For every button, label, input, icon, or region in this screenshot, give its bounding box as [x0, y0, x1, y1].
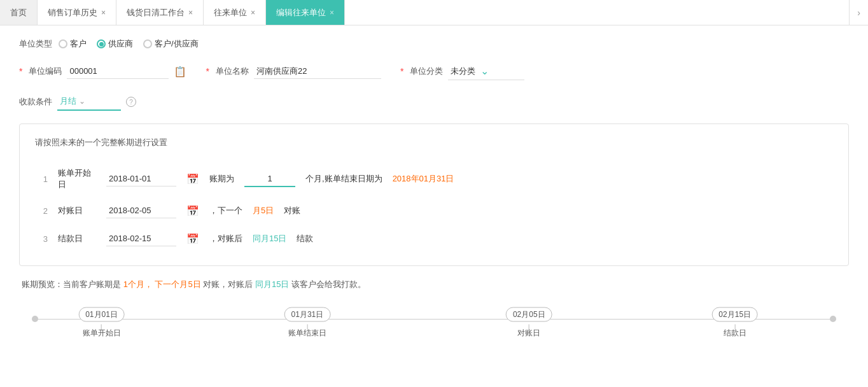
timeline-point-4: 02月15日 结款日 — [711, 307, 758, 331]
period-unit-1: 个月,账单结束日期为 — [305, 173, 382, 185]
timeline-badge-1: 01月01日 — [78, 307, 125, 322]
unit-type-radio-group: 客户 供应商 客户/供应商 — [59, 38, 199, 50]
radio-customer[interactable]: 客户 — [59, 38, 87, 50]
timeline-label-3: 对账日 — [517, 328, 540, 339]
calendar-icon-code[interactable]: 📋 — [174, 66, 186, 78]
period-suffix-3a: ，对账后 — [209, 233, 242, 244]
period-suffix-2a: ，下一个 — [209, 205, 242, 216]
help-icon[interactable]: ? — [126, 97, 136, 107]
unit-name-input[interactable] — [254, 64, 381, 79]
payment-condition-select[interactable]: 月结 ⌄ — [57, 93, 121, 111]
period-label-3: 结款日 — [58, 233, 96, 244]
required-star-name: * — [206, 66, 209, 76]
period-suffix-3b: 结款 — [297, 233, 313, 244]
preview-prefix: 账期预览：当前客户账期是 — [22, 279, 121, 289]
period-label-2: 对账日 — [58, 205, 96, 216]
preview-period: 1个月， — [123, 279, 153, 289]
unit-category-value: 未分类 — [451, 66, 475, 77]
unit-type-row: 单位类型 客户 供应商 客户/供应商 — [19, 38, 849, 50]
main-content: 单位类型 客户 供应商 客户/供应商 * 单位编码 📋 * 单位名称 — [0, 25, 868, 387]
unit-category-label: 单位分类 — [410, 66, 443, 77]
timeline-badge-3: 02月05日 — [506, 307, 552, 322]
timeline-point-2: 01月31日 账单结束日 — [284, 307, 331, 331]
preview-middle: 对账，对账后 — [203, 279, 253, 289]
period-row-3: 3 结款日 📅 ，对账后 同月15日 结款 — [35, 225, 833, 253]
required-star-code: * — [19, 66, 22, 76]
tab-sales-order[interactable]: 销售订单历史 × — [38, 0, 116, 25]
tab-partner-unit[interactable]: 往来单位 × — [204, 0, 266, 25]
tab-close-cash-work[interactable]: × — [188, 8, 193, 17]
chevron-down-icon-payment: ⌄ — [79, 97, 85, 106]
tab-close-partner-unit[interactable]: × — [251, 8, 255, 17]
card-box: 请按照未来的一个完整帐期进行设置 1 账单开始日 📅 账期为 个月,账单结束日期… — [19, 123, 849, 266]
tab-arrow[interactable]: › — [849, 0, 868, 25]
period-date-input-1[interactable] — [106, 171, 176, 186]
tab-home[interactable]: 首页 — [0, 0, 38, 25]
preview-suffix: 该客户会给我打款。 — [291, 279, 366, 289]
calendar-icon-3[interactable]: 📅 — [186, 233, 199, 245]
timeline-end-dot — [830, 316, 836, 322]
period-number-input[interactable] — [244, 171, 295, 187]
card-instruction: 请按照未来的一个完整帐期进行设置 — [35, 137, 833, 148]
tab-cash-work[interactable]: 钱货日清工作台 × — [116, 0, 204, 25]
period-label-1: 账单开始日 — [58, 167, 96, 190]
radio-circle-supplier — [97, 39, 106, 48]
timeline-label-2: 账单结束日 — [288, 328, 326, 339]
timeline-badge-4: 02月15日 — [711, 307, 758, 322]
timeline-start-dot — [32, 316, 38, 322]
tab-close-sales-order[interactable]: × — [101, 8, 106, 17]
timeline-label-4: 结款日 — [724, 328, 746, 339]
timeline-label-1: 账单开始日 — [83, 328, 121, 339]
preview-text: 账期预览：当前客户账期是 1个月， 下一个月5日 对账，对账后 同月15日 该客… — [19, 279, 849, 290]
unit-category-group: * 单位分类 未分类 ⌄ — [400, 62, 524, 80]
payment-condition-value: 月结 — [60, 95, 76, 107]
calendar-icon-2[interactable]: 📅 — [186, 205, 199, 217]
unit-category-select[interactable]: 未分类 ⌄ — [448, 62, 524, 80]
timeline-point-1: 01月01日 账单开始日 — [78, 307, 125, 331]
preview-next-date: 下一个月5日 — [155, 279, 200, 289]
unit-type-label: 单位类型 — [19, 38, 52, 50]
period-num-2: 2 — [35, 206, 48, 216]
radio-circle-both — [143, 39, 152, 48]
unit-code-input[interactable] — [67, 64, 169, 79]
period-suffix-2b: 对账 — [284, 205, 300, 216]
unit-code-group: * 单位编码 📋 — [19, 64, 186, 79]
fields-row: * 单位编码 📋 * 单位名称 * 单位分类 未分类 ⌄ — [19, 62, 849, 80]
required-star-category: * — [400, 66, 403, 76]
timeline-wrapper: 01月01日 账单开始日 01月31日 账单结束日 02月05日 对账日 — [19, 303, 849, 360]
tab-edit-partner[interactable]: 编辑往来单位 × — [266, 0, 345, 25]
calendar-icon-1[interactable]: 📅 — [186, 173, 199, 185]
timeline-track: 01月01日 账单开始日 01月31日 账单结束日 02月05日 对账日 — [38, 319, 830, 320]
unit-code-label: 单位编码 — [29, 66, 62, 77]
period-end-date-1: 2018年01月31日 — [393, 173, 454, 185]
unit-name-group: * 单位名称 — [206, 64, 381, 79]
chevron-down-icon-category: ⌄ — [480, 65, 489, 77]
radio-circle-customer — [59, 39, 67, 48]
period-after-date-3: 同月15日 — [253, 233, 286, 244]
period-num-3: 3 — [35, 234, 48, 244]
timeline-badge-2: 01月31日 — [284, 307, 331, 322]
period-row-1: 1 账单开始日 📅 账期为 个月,账单结束日期为 2018年01月31日 — [35, 161, 833, 197]
period-suffix-1: 账期为 — [209, 173, 234, 185]
period-date-input-2[interactable] — [106, 203, 176, 218]
payment-row: 收款条件 月结 ⌄ ? — [19, 93, 849, 111]
radio-supplier[interactable]: 供应商 — [97, 38, 133, 50]
unit-name-label: 单位名称 — [216, 66, 249, 77]
period-next-date-2: 月5日 — [253, 205, 274, 216]
timeline-point-3: 02月05日 对账日 — [506, 307, 552, 331]
period-date-input-3[interactable] — [106, 231, 176, 246]
tab-close-edit-partner[interactable]: × — [330, 8, 334, 17]
period-row-2: 2 对账日 📅 ，下一个 月5日 对账 — [35, 197, 833, 225]
period-num-1: 1 — [35, 174, 48, 184]
payment-condition-label: 收款条件 — [19, 96, 52, 108]
radio-both[interactable]: 客户/供应商 — [143, 38, 199, 50]
preview-settle-date: 同月15日 — [255, 279, 289, 289]
tab-bar: 首页 销售订单历史 × 钱货日清工作台 × 往来单位 × 编辑往来单位 × › — [0, 0, 868, 25]
